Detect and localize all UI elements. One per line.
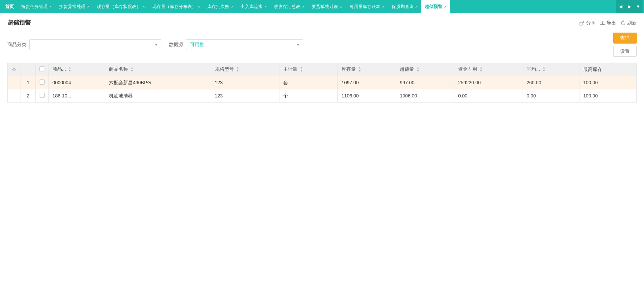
close-icon[interactable]: × <box>50 5 52 9</box>
row-spec: 123 <box>211 76 279 89</box>
nav-tab-stock-dist[interactable]: 现存量（库存分布表） × <box>149 0 204 13</box>
row-avg: 0.00 <box>523 89 579 103</box>
datasource-value: 可用量 <box>190 41 204 48</box>
row-checkbox[interactable] <box>40 93 45 98</box>
col-header-max-stock[interactable]: 最高库存 <box>579 63 637 76</box>
nav-tab-expiry[interactable]: 保质期查询 × <box>388 0 421 13</box>
svg-rect-0 <box>579 22 582 25</box>
nav-tab-summary[interactable]: 收发存汇总表 × <box>270 0 308 13</box>
row-max-stock: 100.00 <box>579 76 637 89</box>
close-icon[interactable]: × <box>444 5 446 9</box>
row-num: 1 <box>21 76 36 89</box>
row-checkbox[interactable] <box>40 79 45 85</box>
nav-tab-order-stat[interactable]: 要货单统计表 × <box>308 0 346 13</box>
col-header-spec[interactable]: 规格型号 ▲▼ <box>211 63 279 76</box>
share-icon <box>579 21 585 26</box>
close-icon[interactable]: × <box>382 5 384 9</box>
sort-icon[interactable]: ▲▼ <box>480 66 483 73</box>
col-header-checkbox[interactable] <box>36 63 49 76</box>
query-button[interactable]: 查询 <box>613 33 637 44</box>
nav-tab-pick-abnormal[interactable]: 拣货异常处理 × <box>55 0 93 13</box>
close-icon[interactable]: × <box>198 5 200 9</box>
category-select[interactable]: ▾ <box>29 39 161 50</box>
row-product-name: 机油滤清器 <box>105 89 211 103</box>
row-checkbox-cell[interactable] <box>36 89 49 103</box>
refresh-button[interactable]: 刷新 <box>621 20 637 26</box>
row-capital: 0.00 <box>454 89 523 103</box>
row-gear-cell <box>8 76 21 89</box>
close-icon[interactable]: × <box>231 5 233 9</box>
col-header-gear[interactable]: ⚙ <box>8 63 21 76</box>
nav-tab-batch-account[interactable]: 库存批次账 × <box>204 0 237 13</box>
col-header-unit[interactable]: 主计量 ▲▼ <box>279 63 338 76</box>
nav-tab-home[interactable]: 首页 <box>1 0 18 13</box>
row-unit: 套 <box>279 76 338 89</box>
nav-tab-stock-status[interactable]: 现存量（库存状况表） × <box>93 0 149 13</box>
sort-icon[interactable]: ▲▼ <box>358 66 361 73</box>
sort-icon[interactable]: ▲▼ <box>300 66 303 73</box>
close-icon[interactable]: × <box>264 5 267 9</box>
datasource-filter: 数据源 可用量 ▾ <box>169 39 303 50</box>
page-header: 超储预警 分享 导出 刷新 <box>7 19 637 27</box>
close-icon[interactable]: × <box>340 5 342 9</box>
row-num: 2 <box>21 89 36 103</box>
row-avg: 260.00 <box>523 76 579 89</box>
table-row: 2 186-10... 机油滤清器 123 个 1106.00 1006.00 … <box>8 89 637 103</box>
row-product-code: 186-10... <box>49 89 105 103</box>
export-button[interactable]: 导出 <box>600 20 616 26</box>
nav-tab-available[interactable]: 可用量库存账本 × <box>346 0 388 13</box>
chevron-down-icon: ▾ <box>155 42 157 47</box>
col-header-num <box>21 63 36 76</box>
row-product-code: 0000004 <box>49 76 105 89</box>
datasource-select[interactable]: 可用量 ▾ <box>186 39 303 50</box>
nav-tab-flow[interactable]: 出入库流水 × <box>237 0 270 13</box>
data-table: ⚙ 商品... ▲▼ 商品名称 ▲▼ 规格型号 ▲▼ <box>7 63 637 103</box>
sort-icon[interactable]: ▲▼ <box>68 66 71 73</box>
col-header-overstock[interactable]: 超储量 ▲▼ <box>396 63 454 76</box>
row-max-stock: 100.00 <box>579 89 637 103</box>
table-header-row: ⚙ 商品... ▲▼ 商品名称 ▲▼ 规格型号 ▲▼ <box>8 63 637 76</box>
nav-tab-pick-task[interactable]: 拣货任务管理 × <box>18 0 55 13</box>
header-actions: 分享 导出 刷新 <box>579 20 637 26</box>
sort-icon[interactable]: ▲▼ <box>542 66 545 73</box>
row-product-name: 六配套新昌490BPG <box>105 76 211 89</box>
nav-arrows: ◀ ▶ ▼ <box>616 0 643 13</box>
row-capital: 259220.00 <box>454 76 523 89</box>
chevron-down-icon: ▾ <box>297 42 299 47</box>
row-gear-cell <box>8 89 21 103</box>
svg-rect-1 <box>600 24 605 25</box>
gear-icon[interactable]: ⚙ <box>11 67 17 73</box>
col-header-product-code[interactable]: 商品... ▲▼ <box>49 63 105 76</box>
nav-prev-button[interactable]: ◀ <box>616 0 625 13</box>
close-icon[interactable]: × <box>416 5 418 9</box>
page-content: 超储预警 分享 导出 刷新 <box>0 13 644 293</box>
row-overstock: 997.00 <box>396 76 454 89</box>
sort-icon[interactable]: ▲▼ <box>236 66 239 73</box>
col-header-stock[interactable]: 库存量 ▲▼ <box>338 63 396 76</box>
category-filter: 商品分类 ▾ <box>7 39 161 50</box>
nav-next-button[interactable]: ▶ <box>625 0 634 13</box>
nav-menu-button[interactable]: ▼ <box>634 0 643 13</box>
select-all-checkbox[interactable] <box>39 66 44 71</box>
close-icon[interactable]: × <box>302 5 304 9</box>
row-checkbox-cell[interactable] <box>36 76 49 89</box>
refresh-icon <box>621 21 626 26</box>
export-icon <box>600 21 605 26</box>
close-icon[interactable]: × <box>87 5 89 9</box>
row-spec: 123 <box>211 89 279 103</box>
col-header-avg[interactable]: 平均... ▲▼ <box>523 63 579 76</box>
col-header-capital[interactable]: 资金占用 ▲▼ <box>454 63 523 76</box>
sort-icon[interactable]: ▲▼ <box>417 66 420 73</box>
page-title: 超储预警 <box>7 19 31 27</box>
settings-button[interactable]: 设置 <box>613 46 637 57</box>
close-icon[interactable]: × <box>143 5 145 9</box>
datasource-label: 数据源 <box>169 41 183 48</box>
table-row: 1 0000004 六配套新昌490BPG 123 套 1097.00 997.… <box>8 76 637 89</box>
row-overstock: 1006.00 <box>396 89 454 103</box>
top-navigation: 首页 拣货任务管理 × 拣货异常处理 × 现存量（库存状况表） × 现存量（库存… <box>0 0 644 13</box>
share-button[interactable]: 分享 <box>579 20 596 26</box>
row-stock: 1106.00 <box>338 89 396 103</box>
col-header-product-name[interactable]: 商品名称 ▲▼ <box>105 63 211 76</box>
nav-tab-overstock[interactable]: 超储预警 × <box>421 0 450 13</box>
sort-icon[interactable]: ▲▼ <box>131 66 133 73</box>
